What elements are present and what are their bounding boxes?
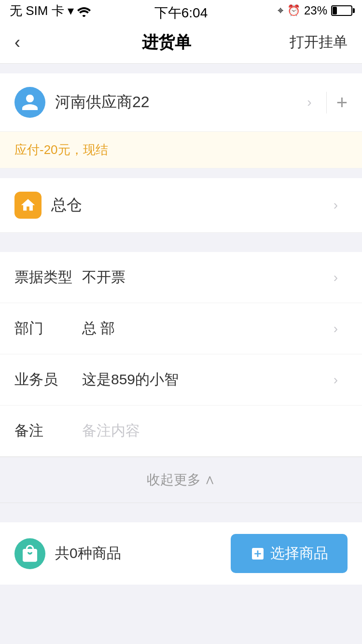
status-right: ⌖ ⏰ 23% bbox=[278, 4, 352, 17]
section-divider-1 bbox=[0, 64, 362, 73]
department-row[interactable]: 部门 总 部 › bbox=[0, 303, 362, 354]
bottom-area bbox=[0, 585, 362, 644]
battery-percentage: 23% bbox=[304, 4, 327, 17]
remark-value[interactable]: 备注内容 bbox=[82, 421, 348, 441]
supplier-row[interactable]: 河南供应商22 › bbox=[14, 73, 321, 131]
invoice-chevron-icon: › bbox=[334, 270, 338, 285]
department-chevron-icon: › bbox=[334, 321, 338, 336]
section-divider-4 bbox=[0, 503, 362, 513]
select-product-label: 选择商品 bbox=[270, 544, 328, 563]
section-divider-2 bbox=[0, 168, 362, 178]
warehouse-row[interactable]: 总仓 › bbox=[0, 178, 362, 233]
add-supplier-button[interactable]: + bbox=[326, 92, 348, 113]
remark-row[interactable]: 备注 备注内容 bbox=[0, 406, 362, 457]
shopping-bag-icon bbox=[20, 544, 40, 563]
form-section: 票据类型 不开票 › 部门 总 部 › 业务员 这是859的小智 › 备注 备注… bbox=[0, 252, 362, 457]
salesperson-row[interactable]: 业务员 这是859的小智 › bbox=[0, 354, 362, 406]
nav-bar: ‹ 进货单 打开挂单 bbox=[0, 21, 362, 64]
remark-label: 备注 bbox=[14, 421, 82, 441]
alarm-icon: ⏰ bbox=[287, 4, 300, 17]
salesperson-value: 这是859的小智 bbox=[82, 370, 334, 390]
select-product-button[interactable]: 选择商品 bbox=[231, 534, 348, 573]
salesperson-chevron-icon: › bbox=[334, 372, 338, 388]
notice-text: 应付-20元，现结 bbox=[14, 141, 348, 158]
warehouse-icon bbox=[14, 192, 42, 219]
battery-icon bbox=[331, 5, 352, 16]
salesperson-label: 业务员 bbox=[14, 370, 82, 390]
page-title: 进货单 bbox=[142, 31, 191, 54]
department-value: 总 部 bbox=[82, 319, 334, 338]
select-product-icon bbox=[250, 546, 265, 561]
status-time: 下午6:04 bbox=[154, 4, 208, 22]
back-button[interactable]: ‹ bbox=[14, 32, 43, 53]
supplier-section: 河南供应商22 › + bbox=[0, 73, 362, 132]
location-icon: ⌖ bbox=[278, 4, 283, 17]
invoice-type-row[interactable]: 票据类型 不开票 › bbox=[0, 252, 362, 303]
status-carrier: 无 SIM 卡 ▾ bbox=[10, 2, 91, 19]
house-icon bbox=[20, 197, 36, 213]
status-bar: 无 SIM 卡 ▾ 下午6:04 ⌖ ⏰ 23% bbox=[0, 0, 362, 21]
department-label: 部门 bbox=[14, 319, 82, 338]
open-hang-button[interactable]: 打开挂单 bbox=[290, 32, 348, 52]
notice-banner: 应付-20元，现结 bbox=[0, 132, 362, 168]
invoice-type-value: 不开票 bbox=[82, 267, 334, 287]
warehouse-name: 总仓 bbox=[51, 195, 334, 216]
product-count: 共0种商品 bbox=[55, 544, 231, 563]
chevron-right-icon: › bbox=[307, 95, 311, 110]
product-icon bbox=[14, 538, 45, 569]
supplier-avatar bbox=[14, 87, 45, 118]
warehouse-section: 总仓 › bbox=[0, 178, 362, 233]
invoice-type-label: 票据类型 bbox=[14, 267, 82, 287]
supplier-name: 河南供应商22 bbox=[55, 92, 307, 113]
wifi-icon bbox=[77, 3, 91, 18]
warehouse-chevron-icon: › bbox=[334, 197, 338, 213]
section-divider-3 bbox=[0, 233, 362, 242]
collapse-button[interactable]: 收起更多 ∧ bbox=[147, 471, 216, 489]
product-footer: 共0种商品 选择商品 bbox=[0, 522, 362, 585]
person-icon bbox=[20, 93, 40, 112]
collapse-section: 收起更多 ∧ bbox=[0, 457, 362, 503]
